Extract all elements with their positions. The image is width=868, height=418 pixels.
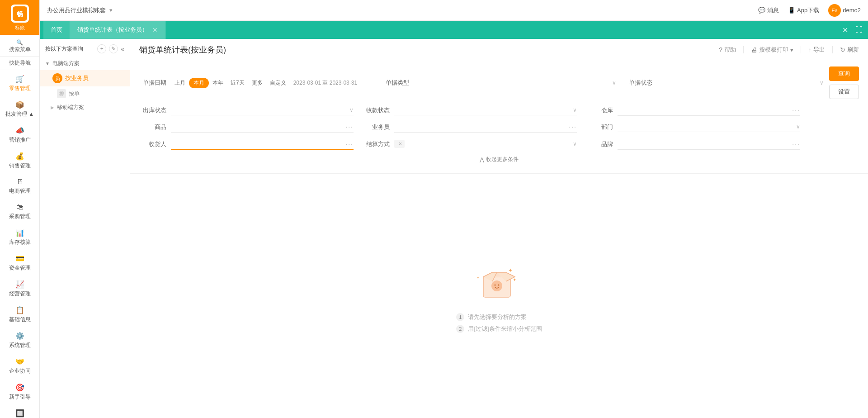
app-download-button[interactable]: 📱 App下载	[788, 6, 819, 14]
scheme-group-desktop: ▼ 电脑端方案 员 按业务员 排 按单	[40, 57, 130, 101]
template-print-label: 按模板打印	[759, 46, 788, 54]
goods-input[interactable]: ···	[171, 121, 354, 133]
finance-icon: 💳	[15, 254, 24, 263]
settlement-tag: ×	[394, 140, 405, 148]
tab-sales-stat-label: 销货单统计表（按业务员）	[77, 26, 148, 34]
sidebar-item-operation-label: 经营管理	[9, 290, 31, 298]
sidebar: 畅 标账 🔍 搜索菜单 快捷导航 🛒 零售管理 📦 批发管理 ▲ 📣 营销推广 …	[0, 0, 40, 418]
settlement-tag-close[interactable]: ×	[399, 141, 402, 147]
goods-dots: ···	[345, 123, 354, 130]
warehouse-input[interactable]: ···	[618, 104, 800, 116]
message-button[interactable]: 💬 消息	[758, 6, 779, 14]
brand-label: 品牌	[586, 140, 618, 148]
doc-type-input[interactable]: ∨	[414, 78, 616, 88]
date-tab-last-month[interactable]: 上月	[171, 78, 189, 88]
sidebar-item-wholesale[interactable]: 📦 批发管理 ▲	[0, 96, 39, 122]
sidebar-quick-nav[interactable]: 快捷导航	[0, 57, 39, 70]
department-chevron: ∨	[796, 124, 800, 130]
divider-2	[801, 46, 801, 53]
svg-text:畅: 畅	[17, 10, 23, 18]
department-input[interactable]: ∨	[618, 122, 800, 132]
topbar-dropdown-icon[interactable]: ▾	[109, 7, 113, 14]
corp-icon: 🤝	[15, 357, 24, 366]
ecommerce-icon: 🖥	[16, 178, 24, 186]
scheme-group-mobile: ▶ 移动端方案	[40, 101, 130, 114]
sidebar-item-finance[interactable]: 💳 资金管理	[0, 250, 39, 276]
tab-home[interactable]: 首页	[43, 21, 70, 39]
template-print-button[interactable]: 🖨 按模板打印 ▾	[751, 46, 793, 54]
sidebar-item-ecommerce-label: 电商管理	[9, 187, 31, 195]
scheme-collapse-button[interactable]: «	[121, 45, 124, 52]
date-tab-last-7-days[interactable]: 近7天	[227, 78, 248, 88]
help-label: 帮助	[724, 46, 736, 54]
sidebar-item-corp[interactable]: 🤝 企业协同	[0, 353, 39, 379]
svg-point-6	[491, 280, 502, 291]
scheme-panel: 按以下方案查询 + ✎ « ▼ 电脑端方案 员	[40, 39, 130, 418]
salesman-input[interactable]: ···	[394, 121, 577, 133]
user-menu[interactable]: Ea demo2	[828, 4, 861, 17]
print-dropdown-icon: ▾	[790, 47, 793, 53]
sidebar-item-ecommerce[interactable]: 🖥 电商管理	[0, 173, 39, 199]
sidebar-item-corp-label: 企业协同	[9, 367, 31, 375]
sidebar-item-marketing[interactable]: 📣 营销推广	[0, 122, 39, 147]
sidebar-item-basic[interactable]: 📋 基础信息	[0, 301, 39, 327]
scheme-item-by-salesman[interactable]: 员 按业务员	[40, 70, 130, 86]
sidebar-item-sales[interactable]: 💰 销售管理	[0, 147, 39, 173]
scheme-item-salesman-label: 按业务员	[65, 74, 89, 82]
sidebar-item-finance-label: 资金管理	[9, 264, 31, 272]
out-status-input[interactable]: ∨	[171, 105, 354, 115]
consignee-label: 收货人	[139, 140, 171, 148]
sidebar-item-basic-label: 基础信息	[9, 316, 31, 323]
goods-label: 商品	[139, 123, 171, 131]
settings-button[interactable]: 设置	[829, 85, 859, 99]
sidebar-item-apps[interactable]: 🔲 应用中心	[0, 404, 39, 418]
collapse-label: 收起更多条件	[486, 156, 519, 163]
tabbar-expand-action[interactable]: ⛶	[854, 24, 864, 36]
sidebar-logo[interactable]: 畅 标账	[0, 0, 39, 35]
sidebar-item-system-label: 系统管理	[9, 342, 31, 349]
settlement-input[interactable]: × ∨	[394, 138, 577, 150]
sidebar-item-operation[interactable]: 📈 经营管理	[0, 276, 39, 301]
export-button[interactable]: ↑ 导出	[808, 46, 825, 54]
tab-sales-stat-close[interactable]: ✕	[152, 26, 158, 33]
date-tab-this-month[interactable]: 本月	[189, 78, 209, 88]
scheme-edit-button[interactable]: ✎	[109, 44, 118, 53]
receipt-status-chevron: ∨	[573, 107, 577, 113]
help-button[interactable]: ? 帮助	[719, 46, 736, 54]
receipt-status-input[interactable]: ∨	[394, 105, 577, 115]
scheme-group-desktop-header[interactable]: ▼ 电脑端方案	[40, 57, 130, 70]
scheme-item-salesman-icon: 员	[52, 73, 62, 83]
sidebar-item-retail[interactable]: 🛒 零售管理	[0, 70, 39, 96]
date-tab-custom[interactable]: 自定义	[266, 78, 290, 88]
sidebar-item-guide-label: 新手引导	[9, 393, 31, 401]
date-tab-this-year[interactable]: 本年	[209, 78, 227, 88]
tabbar-close-action[interactable]: ✕	[840, 24, 850, 36]
collapse-more-button[interactable]: ⋀ 收起更多条件	[474, 154, 524, 165]
empty-hints: 1 请先选择要分析的方案 2 用[过滤]条件来缩小分析范围	[456, 313, 542, 333]
sidebar-item-system[interactable]: ⚙️ 系统管理	[0, 327, 39, 353]
message-label: 消息	[767, 6, 779, 14]
sidebar-item-guide[interactable]: 🎯 新手引导	[0, 379, 39, 404]
query-button[interactable]: 查询	[829, 66, 859, 81]
divider-1	[743, 46, 744, 53]
consignee-input[interactable]: ···	[171, 138, 354, 150]
date-tab-more[interactable]: 更多	[248, 78, 266, 88]
sidebar-item-purchase[interactable]: 🛍 采购管理	[0, 199, 39, 224]
scheme-item-by-order[interactable]: 排 按单	[40, 86, 130, 101]
query-btn-group: 查询 设置	[824, 66, 859, 99]
sidebar-item-inventory[interactable]: 📊 库存核算	[0, 224, 39, 250]
doc-status-filter-row: 单据状态 ∨ 查询 设置	[625, 66, 859, 99]
out-status-filter-row: 出库状态 ∨	[139, 105, 354, 115]
tab-sales-stat[interactable]: 销货单统计表（按业务员） ✕	[70, 21, 165, 39]
topbar-left: 办公用品行业模拟账套 ▾	[47, 6, 113, 14]
sidebar-search[interactable]: 🔍 搜索菜单	[0, 35, 39, 57]
sidebar-item-marketing-label: 营销推广	[9, 136, 31, 144]
scheme-item-order-label: 按单	[69, 90, 80, 98]
scheme-group-mobile-header[interactable]: ▶ 移动端方案	[40, 101, 130, 114]
brand-input[interactable]: ···	[618, 138, 800, 150]
svg-point-7	[495, 285, 496, 286]
doc-status-input[interactable]: ∨	[657, 78, 824, 88]
avatar: Ea	[828, 4, 841, 17]
refresh-button[interactable]: ↻ 刷新	[840, 46, 859, 54]
scheme-add-button[interactable]: +	[97, 44, 106, 53]
